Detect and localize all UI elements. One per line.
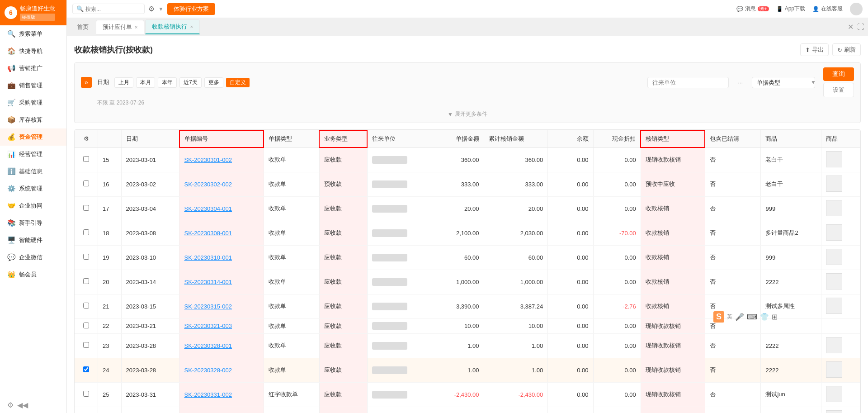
cell-num: 16 (98, 172, 122, 196)
table-row[interactable]: 24 2023-03-28 SK-20230328-002 收款单 应收款 ██… (75, 358, 860, 382)
cell-include-settled: 否 (705, 245, 761, 270)
table-row[interactable]: 18 2023-03-08 SK-20230308-001 收款单 应收款 ██… (75, 221, 860, 245)
refresh-btn[interactable]: ↻ 刷新 (832, 43, 861, 56)
partner-input[interactable] (647, 77, 729, 88)
online-service-btn[interactable]: 👤 在线客服 (812, 5, 843, 13)
th-settings[interactable]: ⚙ (75, 130, 98, 147)
cell-checkbox[interactable] (75, 196, 98, 221)
sidebar-item-14[interactable]: 👑畅会员 (0, 266, 66, 283)
close-tab-btn[interactable]: ✕ (848, 23, 854, 31)
cell-doc-no: SK-20230328-001 (179, 333, 264, 358)
message-btn[interactable]: 💬 消息 99+ (736, 5, 769, 13)
doc-no-link[interactable]: SK-20230321-003 (184, 323, 232, 329)
table-row[interactable]: 20 2023-03-14 SK-20230314-001 收款单 应收款 ██… (75, 270, 860, 294)
date-more[interactable]: 更多 (204, 77, 223, 88)
sidebar-item-2[interactable]: 📢营销推广 (0, 60, 66, 77)
cell-verify-amount: -2,430.00 (484, 382, 548, 407)
user-avatar[interactable] (850, 3, 863, 15)
date-this-year[interactable]: 本年 (158, 77, 177, 88)
cell-biz-type: 应收款 (319, 196, 367, 221)
date-this-month[interactable]: 本月 (136, 77, 155, 88)
cell-amount: 60.00 (432, 245, 484, 270)
date-custom[interactable]: 自定义 (226, 78, 250, 87)
setting-btn[interactable]: 设置 (823, 83, 854, 97)
sidebar-item-11[interactable]: 📚新手引导 (0, 214, 66, 232)
query-btn[interactable]: 查询 (823, 67, 854, 81)
expand-tab-btn[interactable]: ⛶ (857, 23, 864, 31)
cell-checkbox[interactable] (75, 147, 98, 172)
table-row[interactable]: 25 2023-03-31 SK-20230331-002 红字收款单 应收款 … (75, 382, 860, 407)
cell-discount: 0.00 (593, 382, 641, 407)
sidebar-item-6[interactable]: 💰资金管理 (0, 128, 66, 146)
chevron-down-icon[interactable]: ▼ (158, 6, 164, 12)
doc-no-link[interactable]: SK-20230328-001 (184, 342, 232, 349)
industry-btn[interactable]: 体验行业方案 (167, 3, 215, 15)
table-row[interactable]: 19 2023-03-10 SK-20230310-001 收款单 应收款 ██… (75, 245, 860, 270)
cell-date: 2023-03-02 (121, 172, 179, 196)
export-btn[interactable]: ⬆ 导出 (800, 43, 829, 56)
date-7days[interactable]: 近7天 (179, 77, 202, 88)
cell-checkbox[interactable] (75, 333, 98, 358)
table-row[interactable]: 16 2023-03-02 SK-20230302-002 收款单 预收款 ██… (75, 172, 860, 196)
collapse-icon[interactable]: ◀◀ (17, 401, 28, 409)
gear-icon[interactable]: ⚙ (148, 5, 155, 13)
settings-icon[interactable]: ⚙ (7, 401, 14, 409)
sidebar-item-5[interactable]: 📦库存核算 (0, 111, 66, 128)
doc-no-link[interactable]: SK-20230301-002 (184, 157, 232, 163)
topbar-search[interactable]: 🔍 (72, 4, 145, 14)
sidebar-item-icon-10: 🤝 (7, 202, 15, 210)
date-last-month[interactable]: 上月 (114, 77, 133, 88)
cell-checkbox[interactable] (75, 270, 98, 294)
cell-checkbox[interactable] (75, 172, 98, 196)
sidebar-item-9[interactable]: ⚙️系统管理 (0, 180, 66, 197)
cell-balance: 0.00 (548, 172, 593, 196)
cell-checkbox[interactable] (75, 245, 98, 270)
doc-no-link[interactable]: SK-20230328-002 (184, 367, 232, 374)
table-row[interactable]: 17 2023-03-04 SK-20230304-001 收款单 应收款 ██… (75, 196, 860, 221)
cell-checkbox[interactable] (75, 358, 98, 382)
sidebar-item-0[interactable]: 🔍搜索菜单 (0, 25, 66, 43)
cell-checkbox[interactable] (75, 221, 98, 245)
cell-checkbox[interactable] (75, 318, 98, 333)
cell-goods2 (821, 333, 860, 358)
expand-more-label: 展开更多条件 (455, 110, 487, 118)
doc-no-link[interactable]: SK-20230310-001 (184, 254, 232, 261)
doc-no-link[interactable]: SK-20230308-001 (184, 230, 232, 237)
doc-no-link[interactable]: SK-20230331-002 (184, 391, 232, 398)
sidebar-item-7[interactable]: 📊经营管理 (0, 146, 66, 163)
doc-no-link[interactable]: SK-20230314-001 (184, 279, 232, 285)
cell-checkbox[interactable] (75, 294, 98, 318)
expand-more-btn[interactable]: ▼ 展开更多条件 (448, 110, 487, 118)
tab-2[interactable]: 收款核销执行× (145, 19, 199, 34)
watermark: S 英 🎤 ⌨ 👕 ⊞ (713, 311, 778, 323)
doc-no-link[interactable]: SK-20230302-002 (184, 181, 232, 188)
sidebar-item-12[interactable]: 🖥️智能硬件 (0, 232, 66, 249)
cell-num: 19 (98, 245, 122, 270)
table-row[interactable]: 15 2023-03-01 SK-20230301-002 收款单 应收款 ██… (75, 147, 860, 172)
filter-more-row: ▼ 展开更多条件 (81, 110, 854, 118)
search-input[interactable] (85, 6, 140, 12)
tab-close-1[interactable]: × (135, 24, 137, 30)
doc-no-link[interactable]: SK-20230304-001 (184, 205, 232, 212)
sidebar-item-13[interactable]: 💬企业微信 (0, 249, 66, 266)
cell-amount: 1.00 (432, 333, 484, 358)
sidebar-item-1[interactable]: 🏠快捷导航 (0, 43, 66, 60)
tab-1[interactable]: 预计应付单× (96, 20, 144, 34)
doc-no-link[interactable]: SK-20230315-002 (184, 303, 232, 310)
tab-0[interactable]: 首页 (71, 20, 95, 34)
sidebar-item-8[interactable]: ℹ️基础信息 (0, 163, 66, 180)
sidebar-item-3[interactable]: 💼销售管理 (0, 77, 66, 94)
cell-checkbox[interactable] (75, 382, 98, 407)
app-download-label: App下载 (785, 5, 805, 13)
doc-type-select[interactable]: 单据类型 (752, 77, 815, 88)
sidebar-item-10[interactable]: 🤝企业协同 (0, 197, 66, 214)
tab-close-2[interactable]: × (190, 24, 193, 29)
topbar: 🔍 ⚙ ▼ 体验行业方案 💬 消息 99+ 📱 App下载 👤 在线客服 (67, 0, 868, 18)
table-row[interactable]: 26 2023-04-03 SK-20230403-002 收款单 预收款 ██… (75, 407, 860, 413)
cell-partner: ██ (367, 382, 432, 407)
cell-checkbox[interactable] (75, 407, 98, 413)
app-download-btn[interactable]: 📱 App下载 (776, 5, 805, 13)
filter-expand-btn[interactable]: » (81, 77, 92, 88)
table-row[interactable]: 23 2023-03-28 SK-20230328-001 收款单 应收款 ██… (75, 333, 860, 358)
sidebar-item-4[interactable]: 🛒采购管理 (0, 94, 66, 111)
